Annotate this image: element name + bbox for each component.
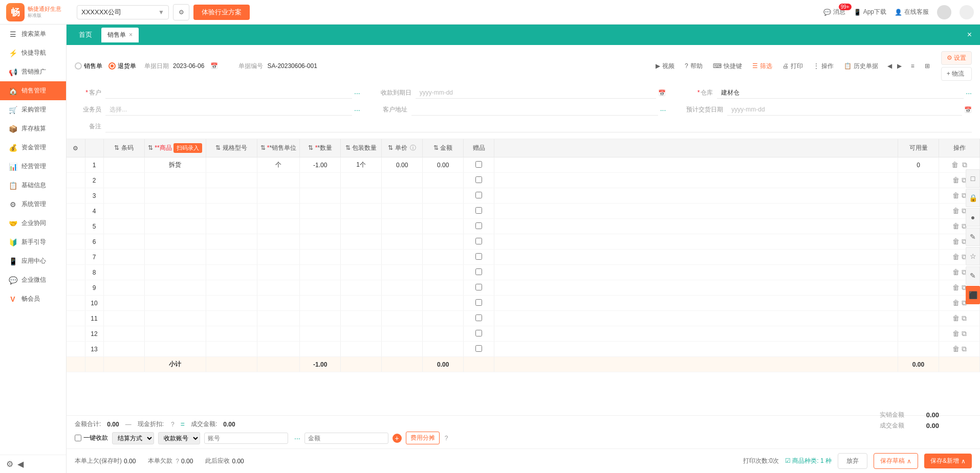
cell-amount[interactable] <box>423 296 464 311</box>
cell-spec[interactable] <box>206 234 257 250</box>
sidebar-item-guide[interactable]: 🔰 新手引导 <box>0 233 66 252</box>
cell-amount[interactable] <box>423 250 464 265</box>
cell-qty[interactable] <box>300 311 341 326</box>
toolbar-print[interactable]: 🖨 打印 <box>779 61 806 72</box>
close-main-icon[interactable]: × <box>963 30 976 39</box>
gift-checkbox[interactable] <box>475 314 482 321</box>
cell-price[interactable] <box>382 296 423 311</box>
gift-checkbox[interactable] <box>475 345 482 352</box>
cell-pack-qty[interactable] <box>341 219 382 234</box>
cell-goods[interactable] <box>144 280 206 296</box>
cell-spec[interactable] <box>206 250 257 265</box>
cell-spec[interactable] <box>206 342 257 357</box>
cell-goods[interactable] <box>144 204 206 219</box>
cell-amount[interactable] <box>423 342 464 357</box>
cell-barcode[interactable] <box>103 342 144 357</box>
cell-spec[interactable] <box>206 173 257 188</box>
cell-pack-qty[interactable] <box>341 280 382 296</box>
cell-spec[interactable] <box>206 188 257 204</box>
gift-checkbox[interactable] <box>475 268 482 275</box>
sidebar-item-app-center[interactable]: 📱 应用中心 <box>0 252 66 271</box>
gift-checkbox[interactable] <box>475 176 482 183</box>
cell-price[interactable] <box>382 326 423 342</box>
delete-icon[interactable]: 🗑 <box>952 191 960 199</box>
cell-price[interactable] <box>382 265 423 280</box>
fee-split-button[interactable]: 费用分摊 <box>406 432 440 444</box>
delete-icon[interactable]: 🗑 <box>952 345 960 353</box>
message-icon-item[interactable]: 💬 消息 99+ <box>823 8 845 16</box>
cell-barcode[interactable] <box>103 204 144 219</box>
nav-next[interactable]: ▶ <box>895 61 904 71</box>
cell-amount[interactable] <box>423 173 464 188</box>
goods-type[interactable]: ☑ 商品种类: 1 种 <box>785 457 832 465</box>
cell-qty[interactable] <box>300 265 341 280</box>
cell-spec[interactable] <box>206 296 257 311</box>
col-header-settings[interactable]: ⚙ <box>67 139 85 157</box>
sidebar-item-marketing[interactable]: 📢 营销推广 <box>0 62 66 81</box>
cell-barcode[interactable] <box>103 188 144 204</box>
cell-pack-qty[interactable] <box>341 173 382 188</box>
cell-goods[interactable] <box>144 296 206 311</box>
delete-icon[interactable]: 🗑 <box>951 161 959 169</box>
discard-button[interactable]: 放弃 <box>838 453 867 469</box>
one-click-pay-checkbox[interactable] <box>75 435 81 441</box>
cell-goods[interactable] <box>144 219 206 234</box>
toolbar-filter[interactable]: ☰ 筛选 <box>749 61 775 72</box>
cell-pack-qty[interactable] <box>341 204 382 219</box>
cell-barcode[interactable] <box>103 280 144 296</box>
cell-unit[interactable] <box>257 280 300 296</box>
tab-close-icon[interactable]: × <box>129 31 133 38</box>
copy-icon[interactable]: ⧉ <box>962 329 967 337</box>
copy-icon[interactable]: ⧉ <box>962 314 967 322</box>
cell-qty[interactable] <box>300 234 341 250</box>
customer-input[interactable] <box>105 87 352 99</box>
cell-spec[interactable] <box>206 326 257 342</box>
sidebar-item-capital[interactable]: 💰 资金管理 <box>0 138 66 157</box>
cell-qty[interactable] <box>300 326 341 342</box>
float-btn-1[interactable]: □ <box>966 169 980 188</box>
cell-pack-qty[interactable]: 1个 <box>341 157 382 173</box>
toolbar-video[interactable]: ▶ 视频 <box>652 61 678 72</box>
delete-icon[interactable]: 🗑 <box>952 329 960 337</box>
cell-pack-qty[interactable] <box>341 326 382 342</box>
sidebar-item-vip[interactable]: V 畅会员 <box>0 289 66 308</box>
cell-amount[interactable] <box>423 326 464 342</box>
cell-price[interactable] <box>382 250 423 265</box>
cell-qty[interactable]: -1.00 <box>300 157 341 173</box>
cell-amount[interactable]: 0.00 <box>423 157 464 173</box>
sidebar-item-enterprise-wechat[interactable]: 💬 企业微信 <box>0 271 66 289</box>
sidebar-item-sales[interactable]: 🏠 销售管理 <box>0 81 66 100</box>
cell-price[interactable] <box>382 173 423 188</box>
copy-icon[interactable]: ⧉ <box>962 345 967 353</box>
float-btn-6[interactable]: ✎ <box>966 266 980 285</box>
delete-icon[interactable]: 🗑 <box>952 222 960 230</box>
date-calendar-icon[interactable]: 📅 <box>210 62 218 70</box>
cell-unit[interactable] <box>257 342 300 357</box>
cell-qty[interactable] <box>300 204 341 219</box>
trial-button[interactable]: 体验行业方案 <box>193 5 250 20</box>
list-view2-btn[interactable]: ⊞ <box>922 61 933 71</box>
cell-pack-qty[interactable] <box>341 250 382 265</box>
cell-price[interactable] <box>382 188 423 204</box>
sidebar-item-system[interactable]: ⚙ 系统管理 <box>0 195 66 214</box>
cell-pack-qty[interactable] <box>341 342 382 357</box>
toolbar-help[interactable]: ? 帮助 <box>682 61 706 72</box>
warehouse-dots-icon[interactable]: ··· <box>966 89 972 97</box>
gift-checkbox[interactable] <box>475 161 482 168</box>
cell-goods[interactable] <box>144 250 206 265</box>
amount-input[interactable] <box>304 433 388 444</box>
payment-date-calendar-icon[interactable]: 📅 <box>658 89 666 97</box>
cell-price[interactable] <box>382 280 423 296</box>
float-btn-3[interactable]: ● <box>966 208 980 227</box>
list-view1-btn[interactable]: ≡ <box>908 61 918 71</box>
cell-pack-qty[interactable] <box>341 265 382 280</box>
gift-checkbox[interactable] <box>475 222 482 229</box>
sidebar-item-inventory[interactable]: 📦 库存核算 <box>0 119 66 138</box>
cell-unit[interactable] <box>257 311 300 326</box>
cell-spec[interactable] <box>206 204 257 219</box>
cell-spec[interactable] <box>206 219 257 234</box>
tab-home[interactable]: 首页 <box>71 27 100 42</box>
sidebar-collapse-btn[interactable]: ◀ <box>17 459 24 469</box>
delete-icon[interactable]: 🗑 <box>952 314 960 322</box>
warehouse-input[interactable] <box>717 87 964 99</box>
